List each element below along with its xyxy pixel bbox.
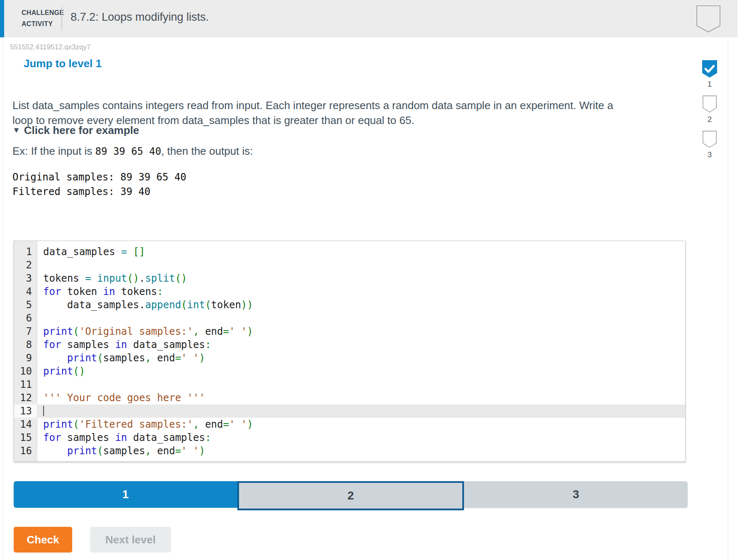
problem-statement: List data_samples contains integers read… [12,98,718,128]
line-number: 5 [14,298,37,312]
code-line-content: print(samples, end=' ') [37,351,685,365]
code-line[interactable]: 7 print('Original samples:', end=' ') [14,325,685,338]
jump-to-level-link[interactable]: Jump to level 1 [24,57,102,70]
code-line[interactable]: 12 ''' Your code goes here ''' [14,391,685,404]
code-line-content: print() [37,365,685,378]
example-toggle-label: Click here for example [24,124,139,136]
level-shield-empty [702,95,717,113]
level-shield-empty [702,131,717,148]
code-line[interactable]: 1 data_samples = [] [14,245,685,258]
code-line[interactable]: 13 [14,404,685,418]
code-line-content: for samples in data_samples: [37,431,685,444]
line-number: 16 [14,444,37,458]
header-accent-bar [0,0,4,37]
activity-title: 8.7.2: Loops modifying lists. [71,11,209,24]
line-number: 1 [14,245,37,258]
progress-segment[interactable]: 3 [464,481,688,508]
level-number-label: 2 [708,115,712,124]
code-line-content: print('Original samples:', end=' ') [37,325,685,338]
line-number: 9 [14,351,37,365]
code-line[interactable]: 14 print('Filtered samples:', end=' ') [14,418,685,431]
code-line-content: data_samples.append(int(token)) [37,298,685,312]
card-left-border [2,37,3,560]
next-level-button[interactable]: Next level [90,527,171,553]
text-cursor [43,406,44,416]
level-shield-complete [702,60,717,78]
example-suffix: , then the output is: [161,145,253,157]
line-number: 15 [14,431,37,444]
line-number: 3 [14,272,37,285]
activity-id: 551552.4119512.qx3zqy7 [10,43,90,51]
line-number: 13 [14,404,37,418]
example-toggle[interactable]: ▼Click here for example [12,124,139,137]
triangle-down-icon: ▼ [12,126,20,135]
code-line[interactable]: 6 [14,312,685,325]
kicker-line-2: ACTIVITY [22,18,64,29]
code-line[interactable]: 9 print(samples, end=' ') [14,351,685,365]
checkmark-icon [703,63,716,74]
example-output-line-1: Original samples: 89 39 65 40 [12,171,186,183]
code-line-content [37,258,685,272]
card-right-border [728,37,728,560]
level-progress-bar: 123 [14,481,688,508]
example-prefix: Ex: If the input is [12,145,95,157]
code-line[interactable]: 11 [14,378,685,391]
example-input-values: 89 39 65 40 [95,146,161,157]
problem-line-1: List data_samples contains integers read… [12,99,613,112]
check-button[interactable]: Check [14,527,72,553]
line-number: 7 [14,325,37,338]
line-number: 8 [14,338,37,351]
example-output-line-2: Filtered samples: 39 40 [12,186,150,197]
code-line[interactable]: 4 for token in tokens: [14,285,685,298]
header-divider [61,7,62,31]
line-number: 12 [14,391,37,404]
code-line[interactable]: 16 print(samples, end=' ') [14,444,685,458]
progress-segment[interactable]: 2 [237,481,464,510]
code-line-content [37,378,685,391]
code-line[interactable]: 5 data_samples.append(int(token)) [14,298,685,312]
code-editor[interactable]: 1 data_samples = [] 2 3 tokens = input()… [14,241,686,462]
level-rail: 1 2 3 [699,60,720,166]
code-line-content: data_samples = [] [37,245,685,258]
code-line[interactable]: 2 [14,258,685,272]
code-line-content: print('Filtered samples:', end=' ') [37,418,685,431]
line-number: 14 [14,418,37,431]
code-line-content: tokens = input().split() [37,272,685,285]
code-line[interactable]: 15 for samples in data_samples: [14,431,685,444]
line-number: 11 [14,378,37,391]
code-line-content [37,312,685,325]
code-line-content: for samples in data_samples: [37,338,685,351]
challenge-activity-label: CHALLENGE ACTIVITY [22,7,64,29]
shield-outline-icon [696,5,720,33]
code-line-content: ''' Your code goes here ''' [37,391,685,404]
code-line[interactable]: 8 for samples in data_samples: [14,338,685,351]
activity-header: CHALLENGE ACTIVITY 8.7.2: Loops modifyin… [0,0,737,37]
example-sentence: Ex: If the input is 89 39 65 40, then th… [12,145,253,158]
kicker-line-1: CHALLENGE [22,7,64,18]
line-number: 10 [14,365,37,378]
progress-segment[interactable]: 1 [14,481,237,508]
line-number: 4 [14,285,37,298]
code-line[interactable]: 3 tokens = input().split() [14,272,685,285]
code-line-content [37,404,685,418]
code-line-content: for token in tokens: [37,285,685,298]
line-number: 2 [14,258,37,272]
level-number-label: 3 [708,151,712,159]
code-line-content: print(samples, end=' ') [37,444,685,458]
line-number: 6 [14,312,37,325]
level-number-label: 1 [708,80,712,89]
code-line[interactable]: 10 print() [14,365,685,378]
example-output: Original samples: 89 39 65 40Filtered sa… [12,170,186,199]
